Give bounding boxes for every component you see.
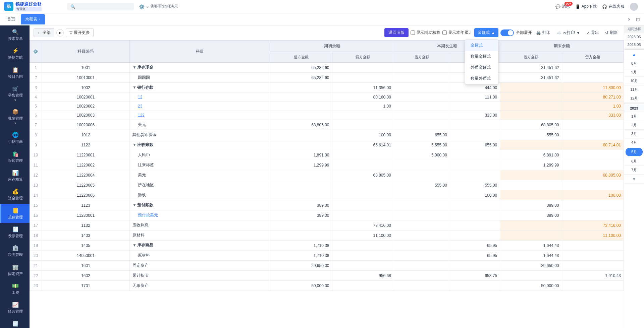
message-btn[interactable]: 💬 消息 99+ — [555, 4, 570, 9]
cell-closing-credit: 80,271.00 — [562, 93, 624, 102]
demo-link[interactable]: ○ 我要看实例演示 — [146, 4, 178, 9]
sidebar-item-inventory[interactable]: 📊 库存核算 — [0, 166, 30, 185]
cell-closing-debit: 29,650.00 — [500, 261, 562, 271]
cell-name: ▼银行存款 — [129, 83, 270, 93]
sidebar-item-operations[interactable]: 📈 经营管理 — [0, 298, 30, 317]
sidebar-item-search[interactable]: 🔍 搜索菜单 — [0, 25, 30, 44]
sidebar-item-invoice[interactable]: 🧾 发票管理 — [0, 223, 30, 242]
period-divider-1 — [624, 49, 644, 50]
app-download-btn[interactable]: 📱 App下载 — [575, 4, 597, 9]
show-ytd-checkbox[interactable]: 显示本年累计 — [442, 30, 472, 36]
cell-no: 1 — [30, 63, 42, 73]
nav-forward-btn[interactable]: ▶ — [56, 29, 64, 37]
th-settings[interactable]: ⚙️ — [30, 41, 42, 63]
period-may-active[interactable]: 5月 — [626, 148, 643, 156]
wholesale-expand-icon: ▼ — [14, 122, 17, 125]
show-assist-checkbox[interactable]: 显示辅助核算 — [411, 30, 440, 36]
refresh-btn[interactable]: ↺ 刷新 — [603, 28, 620, 37]
sidebar-item-wholesale[interactable]: 📦 批发管理 ▼ — [0, 105, 30, 128]
cell-code: 1405 — [42, 241, 130, 251]
cell-name[interactable]: 122 — [129, 111, 270, 120]
period-nov[interactable]: 11月 — [624, 85, 644, 94]
tab-max-btn[interactable]: ⊡ — [635, 15, 641, 23]
sidebar-item-assets[interactable]: 🏢 固定资产 — [0, 261, 30, 279]
period-start-date[interactable]: 2023.05 — [624, 33, 644, 41]
period-jan[interactable]: 1月 — [624, 112, 644, 121]
period-sep[interactable]: 9月 — [624, 68, 644, 77]
period-nav-down[interactable]: ▼ — [624, 175, 644, 184]
expand-more-btn[interactable]: ▽ 展开更多 — [66, 28, 94, 37]
print-btn[interactable]: 🖨️ 打印 — [534, 28, 552, 37]
amount-style-btn[interactable]: 金额式 ▲ — [474, 28, 498, 37]
sidebar-contract-label: 项目合同 — [8, 74, 23, 79]
sidebar-item-capital[interactable]: 💰 资金管理 — [0, 185, 30, 204]
cloud-print-btn[interactable]: ☁️ 云打印 ▼ — [554, 28, 582, 37]
period-feb[interactable]: 2月 — [624, 121, 644, 130]
print-icon: 🖨️ — [536, 30, 541, 35]
period-nav-up[interactable]: ▲ — [624, 50, 644, 59]
table-row: 6 10020003 122 333.00 333.00 — [30, 111, 624, 120]
dropdown-item-foreign-amount[interactable]: 外币金额式 — [465, 62, 498, 73]
period-panel-header: 期间选择 — [624, 25, 644, 33]
period-oct[interactable]: 10月 — [624, 77, 644, 85]
search-input[interactable] — [77, 4, 128, 9]
cell-period-credit — [450, 130, 500, 140]
search-bar[interactable]: 🔍 — [67, 3, 134, 10]
cell-no: 12 — [30, 170, 42, 180]
sidebar-item-ledger[interactable]: 📒 总账管理 — [0, 204, 30, 223]
tab-balance-sheet[interactable]: 余额表 × — [21, 14, 45, 24]
cell-period-debit — [394, 63, 450, 73]
cell-opening-credit: 68,805.00 — [332, 170, 394, 180]
cell-opening-credit — [332, 150, 394, 160]
return-old-btn[interactable]: 退回旧版 — [384, 28, 409, 37]
cell-name[interactable]: 12 — [129, 93, 270, 102]
cell-code: 10020003 — [42, 111, 130, 120]
cell-name[interactable]: 预付款美元 — [129, 210, 270, 220]
cell-closing-debit — [500, 83, 562, 93]
period-year-2023[interactable]: 2023 — [624, 105, 644, 112]
sidebar-item-report[interactable]: 🗒️ 小畅报销 — [0, 317, 30, 328]
cell-name[interactable]: 23 — [129, 102, 270, 111]
cloud-print-label: 云打印 — [563, 30, 575, 36]
cell-no: 19 — [30, 241, 42, 251]
tab-close-btn[interactable]: × — [627, 15, 632, 23]
expand-all-toggle[interactable] — [500, 29, 514, 36]
dropdown-item-qty-foreign[interactable]: 数量外币式 — [465, 73, 498, 84]
cell-closing-credit: 333.00 — [562, 111, 624, 120]
all-button[interactable]: ← 全部 — [34, 28, 54, 37]
online-service-btn[interactable]: 🎧 在线客服 — [602, 4, 625, 9]
sidebar-salary-label: 工资 — [12, 290, 19, 295]
sidebar-item-tax[interactable]: 🏛️ 税务管理 — [0, 242, 30, 260]
cell-closing-credit — [562, 281, 624, 291]
dropdown-item-qty-amount[interactable]: 数量金额式 — [465, 51, 498, 62]
tab-close-icon[interactable]: × — [39, 17, 41, 21]
tab-home[interactable]: 首页 — [3, 14, 19, 24]
sidebar-item-retail[interactable]: 🛒 零售管理 ▼ — [0, 82, 30, 105]
cell-name: 往来标签 — [129, 160, 270, 170]
export-btn[interactable]: ↗ 导出 — [584, 28, 601, 37]
sidebar-item-salary[interactable]: 💵 工资 — [0, 279, 30, 298]
sidebar-item-contract[interactable]: 📋 项目合同 — [0, 63, 30, 82]
period-end-date[interactable]: 2023.05 — [624, 41, 644, 49]
dropdown-item-amount[interactable]: 金额式 — [465, 40, 498, 51]
period-apr[interactable]: 4月 — [624, 138, 644, 147]
period-mar[interactable]: 3月 — [624, 130, 644, 138]
period-aug[interactable]: 8月 — [624, 59, 644, 68]
cell-period-credit — [450, 210, 500, 220]
cell-closing-credit — [562, 63, 624, 73]
user-menu[interactable] — [630, 3, 640, 11]
settings-icon-btn[interactable]: ⚙️ — [137, 2, 146, 11]
sidebar-item-purchase[interactable]: 🛍️ 采购管理 — [0, 147, 30, 166]
sidebar-item-ecommerce[interactable]: 🌐 小畅电商 — [0, 128, 30, 147]
sidebar-item-nav[interactable]: ⚡ 快捷导航 — [0, 44, 30, 63]
period-jul[interactable]: 7月 — [624, 166, 644, 175]
demo-label: 我要看实例演示 — [150, 4, 178, 9]
table-row: 21 1601 固定资产 29,650.00 29,650.00 — [30, 261, 624, 271]
show-assist-input[interactable] — [411, 30, 415, 35]
cell-name: 美元 — [129, 120, 270, 130]
show-assist-label: 显示辅助核算 — [416, 30, 440, 36]
period-jun[interactable]: 6月 — [624, 157, 644, 166]
period-dec[interactable]: 12月 — [624, 94, 644, 103]
cell-opening-credit — [332, 261, 394, 271]
show-ytd-input[interactable] — [442, 30, 447, 35]
